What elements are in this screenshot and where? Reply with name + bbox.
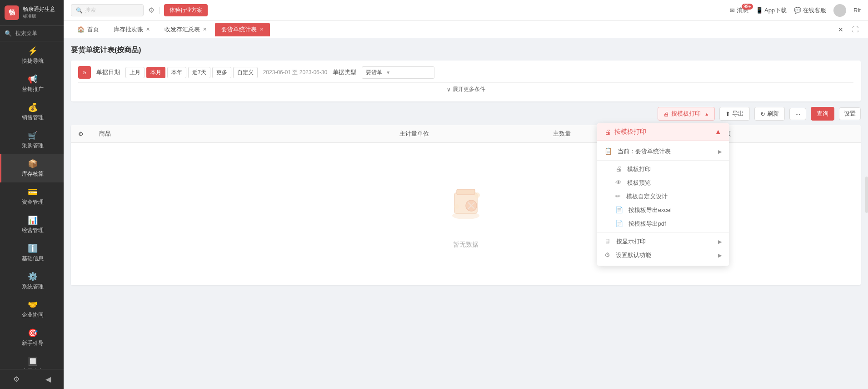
template-preview-icon: 👁 xyxy=(615,179,622,186)
app-label: App下载 xyxy=(764,6,787,15)
page-title: 要货单统计表(按商品) xyxy=(71,45,861,55)
filter-type-value: 要货单 xyxy=(366,69,382,76)
topbar-search-placeholder: 搜索 xyxy=(85,6,96,14)
tab-receivable-summary[interactable]: 收发存汇总表 ✕ xyxy=(158,23,213,36)
operations-icon: 📊 xyxy=(28,215,38,225)
tab-home-label: 首页 xyxy=(87,25,99,34)
tab-close-all-button[interactable]: ✕ xyxy=(835,24,846,35)
print-set-default[interactable]: ⚙ 设置默认功能 ▶ xyxy=(597,248,729,262)
tab-close-inventory-batch[interactable]: ✕ xyxy=(146,26,150,32)
print-template-export-excel[interactable]: 📄 按模板导出excel xyxy=(597,203,729,217)
expand-more-icon: ∨ xyxy=(447,86,451,93)
refresh-button[interactable]: ↻ 刷新 xyxy=(754,107,785,121)
sidebar-item-label: 系统管理 xyxy=(22,283,44,291)
topbar-search[interactable]: 🔍 搜索 xyxy=(71,4,144,16)
svg-point-7 xyxy=(454,204,459,209)
sidebar-collapse-icon[interactable]: ◀ xyxy=(42,373,55,385)
sidebar: 畅 畅康通好生意 标准版 🔍 搜索菜单 ⚡ 快捷导航 📢 营销推广 💰 销售管理… xyxy=(0,0,64,389)
service-label: 在线客服 xyxy=(803,6,826,15)
username-label[interactable]: Rit xyxy=(853,7,861,14)
sidebar-item-label: 营销推广 xyxy=(22,86,44,93)
topbar-messages[interactable]: ✉ 消息 99+ xyxy=(730,6,748,15)
print-template-design[interactable]: ✏ 模板自定义设计 xyxy=(597,190,729,203)
service-icon: 💬 xyxy=(794,7,801,14)
sales-icon: 💰 xyxy=(28,102,38,112)
system-icon: ⚙️ xyxy=(28,272,38,282)
topbar-gear-icon[interactable]: ⚙ xyxy=(148,6,155,15)
filter-type-select[interactable]: 要货单 ▼ xyxy=(362,66,434,79)
sidebar-item-sales[interactable]: 💰 销售管理 xyxy=(0,98,64,126)
print-template-preview[interactable]: 👁 模板预览 xyxy=(597,176,729,190)
filter-date-buttons: 上月 本月 本年 近7天 更多 自定义 xyxy=(125,67,258,78)
home-icon: 🏠 xyxy=(77,26,85,33)
settings-button[interactable]: 设置 xyxy=(839,107,861,120)
filter-date-custom[interactable]: 自定义 xyxy=(233,67,258,78)
filter-expand-more[interactable]: ∨ 展开更多条件 xyxy=(78,82,853,96)
print-dropdown-title: 🖨 按模板打印 xyxy=(604,128,646,136)
tab-inventory-batch[interactable]: 库存批次账 ✕ xyxy=(107,23,156,36)
filter-date-this-month[interactable]: 本月 xyxy=(146,67,165,78)
scroll-indicator[interactable] xyxy=(865,177,868,213)
sidebar-item-label: 经营管理 xyxy=(22,227,44,234)
sidebar-item-label: 快捷导航 xyxy=(22,57,44,65)
print-current-template[interactable]: 📋 当前：要货单统计表 ▶ xyxy=(597,145,729,158)
filter-date-more[interactable]: 更多 xyxy=(212,67,231,78)
trial-button[interactable]: 体验行业方案 xyxy=(164,4,208,16)
app-name: 畅康通好生意 xyxy=(23,6,55,13)
print-template-export-pdf[interactable]: 📄 按模板导出pdf xyxy=(597,217,729,231)
print-dropdown-title-icon: 🖨 xyxy=(604,128,611,136)
tab-order-stats[interactable]: 要货单统计表 ✕ xyxy=(215,23,270,36)
main-area: 🔍 搜索 ⚙ 体验行业方案 ✉ 消息 99+ 📱 App下载 💬 在线客服 Ri… xyxy=(64,0,868,389)
empty-icon xyxy=(443,179,489,233)
empty-text: 暂无数据 xyxy=(453,241,479,249)
filter-date-last-month[interactable]: 上月 xyxy=(125,67,145,78)
print-template-print[interactable]: 🖨 模板打印 xyxy=(597,162,729,176)
sidebar-item-appstore[interactable]: 🔲 应用中心 xyxy=(0,352,64,369)
export-button[interactable]: ⬆ 导出 xyxy=(719,107,750,121)
filter-date-this-year[interactable]: 本年 xyxy=(167,67,186,78)
svg-rect-2 xyxy=(457,189,475,195)
sidebar-item-quick-nav[interactable]: ⚡ 快捷导航 xyxy=(0,41,64,70)
tab-home[interactable]: 🏠 首页 xyxy=(71,23,105,36)
current-template-arrow: ▶ xyxy=(718,149,722,155)
topbar-search-icon: 🔍 xyxy=(76,7,83,14)
col-unit: 主计量单位 xyxy=(399,130,546,138)
sidebar-item-label: 采购管理 xyxy=(22,142,44,150)
refresh-icon: ↻ xyxy=(760,111,765,117)
more-icon: ··· xyxy=(795,111,800,117)
action-bar: 🖨 按模板打印 ▲ ⬆ 导出 ↻ 刷新 ··· 查询 设置 🖨 xyxy=(71,107,861,121)
table-card: ⚙ 商品 主计量单位 主数量 零售金额 xyxy=(71,125,861,285)
tab-close-order-stats[interactable]: ✕ xyxy=(259,26,264,32)
sidebar-item-inventory[interactable]: 📦 库存核算 xyxy=(0,154,64,182)
sidebar-item-basic[interactable]: ℹ️ 基础信息 xyxy=(0,239,64,267)
sidebar-search[interactable]: 🔍 搜索菜单 xyxy=(0,26,64,41)
user-avatar[interactable] xyxy=(833,4,846,17)
topbar-left: 🔍 搜索 ⚙ 体验行业方案 xyxy=(71,4,208,16)
sidebar-item-operations[interactable]: 📊 经营管理 xyxy=(0,211,64,239)
col-settings[interactable]: ⚙ xyxy=(78,131,92,137)
sidebar-logo: 畅 畅康通好生意 标准版 xyxy=(0,0,64,26)
sidebar-item-purchase[interactable]: 🛒 采购管理 xyxy=(0,126,64,154)
topbar-online-service[interactable]: 💬 在线客服 xyxy=(794,6,826,15)
print-icon: 🖨 xyxy=(663,111,669,117)
page-content: 要货单统计表(按商品) » 单据日期 上月 本月 本年 近7天 更多 自定义 2… xyxy=(64,38,868,389)
set-default-label: 设置默认功能 xyxy=(616,252,651,258)
tab-close-receivable[interactable]: ✕ xyxy=(203,26,207,32)
message-icon: ✉ xyxy=(730,7,737,14)
tab-order-stats-label: 要货单统计表 xyxy=(221,25,257,34)
print-template-button[interactable]: 🖨 按模板打印 ▲ xyxy=(658,107,715,121)
sidebar-item-collab[interactable]: 🤝 企业协同 xyxy=(0,295,64,323)
topbar-app-download[interactable]: 📱 App下载 xyxy=(756,6,787,15)
tab-maximize-button[interactable]: ⛶ xyxy=(850,24,861,35)
print-dropdown-close-button[interactable]: ▲ xyxy=(714,128,722,136)
sidebar-item-newbie[interactable]: 🎯 新手引导 xyxy=(0,323,64,352)
more-options-button[interactable]: ··· xyxy=(789,108,806,120)
filter-expand-button[interactable]: » xyxy=(78,66,91,79)
sidebar-item-finance[interactable]: 💳 资金管理 xyxy=(0,182,64,211)
sidebar-item-system[interactable]: ⚙️ 系统管理 xyxy=(0,267,64,295)
filter-date-7days[interactable]: 近7天 xyxy=(188,67,210,78)
sidebar-item-marketing[interactable]: 📢 营销推广 xyxy=(0,70,64,98)
query-button[interactable]: 查询 xyxy=(811,107,834,121)
sidebar-settings-icon[interactable]: ⚙ xyxy=(10,373,23,385)
print-display[interactable]: 🖥 按显示打印 ▶ xyxy=(597,235,729,248)
